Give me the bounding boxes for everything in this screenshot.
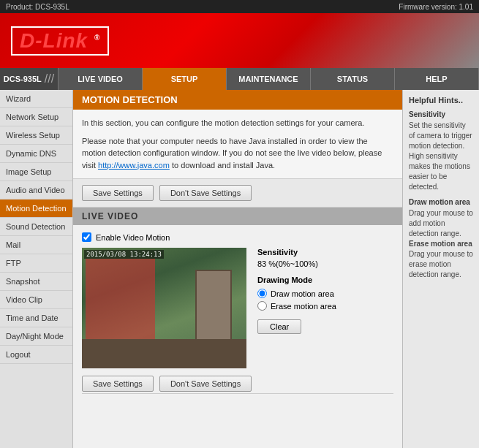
video-image xyxy=(82,248,246,368)
tab-status[interactable]: STATUS xyxy=(311,68,395,90)
sidebar-item-wizard[interactable]: Wizard xyxy=(0,90,72,108)
erase-motion-label: Erase motion area xyxy=(271,302,336,311)
sidebar: Wizard Network Setup Wireless Setup Dyna… xyxy=(0,90,73,448)
nav-tabs: DCS-935L /// LIVE VIDEO SETUP MAINTENANC… xyxy=(0,68,479,90)
help-title: Helpful Hints.. xyxy=(409,96,473,105)
help-sensitivity-text: Set the sensitivity of camera to trigger… xyxy=(409,121,473,192)
dont-save-settings-top[interactable]: Don't Save Settings xyxy=(159,185,252,201)
enable-video-label: Enable Video Motion xyxy=(96,233,170,242)
header-top-bar: Product: DCS-935L Firmware version: 1.01 xyxy=(0,0,479,13)
sidebar-item-time-and-date[interactable]: Time and Date xyxy=(0,309,72,327)
sidebar-item-motion-detection[interactable]: Motion Detection xyxy=(0,200,72,218)
video-timestamp: 2015/03/08 13:24:13 xyxy=(84,250,164,259)
content-area: MOTION DETECTION In this section, you ca… xyxy=(73,90,402,448)
draw-motion-row: Draw motion area xyxy=(257,289,393,298)
help-sensitivity-title: Sensitivity xyxy=(409,110,473,118)
sidebar-item-wireless-setup[interactable]: Wireless Setup xyxy=(0,126,72,145)
firmware-label: Firmware version: 1.01 xyxy=(399,3,473,11)
help-draw-area-title: Draw motion area xyxy=(409,198,473,206)
description-1: In this section, you can configure the m… xyxy=(82,117,393,129)
description-2: Please note that your computer needs to … xyxy=(82,135,393,172)
help-panel: Helpful Hints.. Sensitivity Set the sens… xyxy=(402,90,479,448)
drawing-mode-label: Drawing Mode xyxy=(257,276,393,284)
sidebar-item-dynamic-dns[interactable]: Dynamic DNS xyxy=(0,145,72,163)
erase-motion-row: Erase motion area xyxy=(257,301,393,311)
sidebar-item-snapshot[interactable]: Snapshot xyxy=(0,273,72,291)
tab-maintenance[interactable]: MAINTENANCE xyxy=(227,68,311,90)
tab-setup[interactable]: SETUP xyxy=(143,68,227,90)
tab-live-video[interactable]: LIVE VIDEO xyxy=(59,68,143,90)
section-title: MOTION DETECTION xyxy=(73,90,402,110)
main-layout: Wizard Network Setup Wireless Setup Dyna… xyxy=(0,90,479,448)
live-video-title: LIVE VIDEO xyxy=(73,208,402,225)
model-slash: /// xyxy=(45,72,54,86)
sidebar-item-logout[interactable]: Logout xyxy=(0,346,72,364)
header: D-Link ® xyxy=(0,13,479,68)
sensitivity-label: Sensitivity xyxy=(257,248,393,257)
sidebar-item-ftp[interactable]: FTP xyxy=(0,254,72,273)
live-video-body: Enable Video Motion 2015/03/08 13:24:13 xyxy=(73,225,402,401)
save-settings-bottom[interactable]: Save Settings xyxy=(82,376,154,392)
sidebar-item-network-setup[interactable]: Network Setup xyxy=(0,108,72,126)
video-controls-row: 2015/03/08 13:24:13 Sensitivity 83 %(0%~… xyxy=(82,248,393,368)
clear-button[interactable]: Clear xyxy=(257,319,301,334)
product-label: Product: DCS-935L xyxy=(6,3,69,11)
help-draw-area-text: Drag your mouse to add motion detection … xyxy=(409,208,473,280)
sidebar-item-day-night-mode[interactable]: Day/Night Mode xyxy=(0,327,72,346)
sidebar-item-sound-detection[interactable]: Sound Detection xyxy=(0,218,72,236)
video-frame: 2015/03/08 13:24:13 xyxy=(82,248,246,368)
sensitivity-value: 83 %(0%~100%) xyxy=(257,259,393,268)
dont-save-settings-bottom[interactable]: Don't Save Settings xyxy=(159,376,252,392)
dlink-logo: D-Link ® xyxy=(11,26,109,56)
java-link[interactable]: http://www.java.com xyxy=(98,161,170,170)
sidebar-item-image-setup[interactable]: Image Setup xyxy=(0,163,72,181)
controls-panel: Sensitivity 83 %(0%~100%) Drawing Mode D… xyxy=(257,248,393,368)
top-button-row: Save Settings Don't Save Settings xyxy=(73,179,402,208)
save-settings-top[interactable]: Save Settings xyxy=(82,185,154,201)
tab-help[interactable]: HELP xyxy=(395,68,479,90)
model-label: DCS-935L xyxy=(4,75,42,83)
logo-text: D-Link xyxy=(20,29,88,52)
enable-video-row: Enable Video Motion xyxy=(82,232,393,242)
draw-motion-radio[interactable] xyxy=(257,289,267,298)
enable-video-checkbox[interactable] xyxy=(82,232,91,242)
sidebar-item-video-clip[interactable]: Video Clip xyxy=(0,291,72,309)
nav-model: DCS-935L /// xyxy=(0,68,59,90)
erase-motion-radio[interactable] xyxy=(257,301,267,311)
draw-motion-label: Draw motion area xyxy=(271,289,334,298)
sidebar-item-audio-and-video[interactable]: Audio and Video xyxy=(0,181,72,200)
sidebar-item-mail[interactable]: Mail xyxy=(0,236,72,254)
section-description: In this section, you can configure the m… xyxy=(73,110,402,179)
bottom-button-row: Save Settings Don't Save Settings xyxy=(82,368,393,394)
ground-element xyxy=(82,339,246,368)
